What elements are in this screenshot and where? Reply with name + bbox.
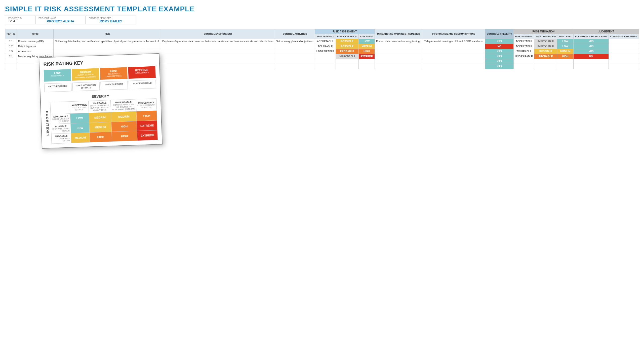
page-title: SIMPLE IT RISK ASSESSMENT TEMPLATE EXAMP… xyxy=(5,5,639,13)
col-control-act: CONTROL ACTIVITIES xyxy=(275,29,315,39)
rating-cell: EXTREMEINTOLERABLE xyxy=(128,66,156,74)
col-info-comm: INFORMATION AND COMMUNICATIONS xyxy=(422,29,485,39)
project-name-value: PROJECT ALPHA xyxy=(38,19,83,23)
col-risk-level: RISK LEVEL xyxy=(358,34,375,39)
project-name-label: PROJECT NAME xyxy=(38,17,83,19)
col-post-severity: RISK SEVERITY xyxy=(514,34,534,39)
col-topic: TOPIC xyxy=(17,29,53,39)
table-row: 1.1Disaster recovery (DR)Not having data… xyxy=(5,39,639,44)
project-manager-label: PROJECT MANAGER xyxy=(89,17,133,19)
rating-cell: MEDIUMALARP (as low as reasonably practi… xyxy=(72,68,100,74)
project-id-value: 1234 xyxy=(8,19,32,23)
table-row: 1.3Access riskUNDESIRABLEPROBABLEHIGHYES… xyxy=(5,49,639,54)
col-acceptable: ACCEPTABLE TO PROCEED? xyxy=(573,34,609,39)
col-post-likelihood: RISK LIKELIHOOD xyxy=(534,34,557,39)
project-name-field: PROJECT NAME PROJECT ALPHA xyxy=(35,16,86,24)
header-post-mitigation: POST-MITIGATION xyxy=(514,29,574,34)
col-risk-severity: RISK SEVERITY xyxy=(315,34,336,39)
project-manager-value: ROMY BAILEY xyxy=(89,19,133,23)
col-controls-present: CONTROLS PRESENT? xyxy=(485,29,514,39)
col-control-env: CONTROL ENVIRONMENT xyxy=(161,29,275,39)
col-risk-likelihood: RISK LIKELIHOOD xyxy=(336,34,358,39)
header-risk-assessment: RISK ASSESSMENT xyxy=(315,29,375,34)
project-id-field: PROJECT ID 1234 xyxy=(5,16,35,24)
col-post-level: RISK LEVEL xyxy=(557,34,574,39)
rating-cell: LOWACCEPTABLE xyxy=(44,69,71,74)
col-risk: RISK xyxy=(53,29,161,39)
rating-cell: HIGHGENERALLY UNACCEPTABLE xyxy=(100,67,128,74)
col-comments: COMMENTS AND NOTES xyxy=(609,34,639,39)
project-id-label: PROJECT ID xyxy=(8,17,32,19)
col-ref: REF / ID xyxy=(5,29,17,39)
header-judgement: JUDGEMENT xyxy=(573,29,639,34)
table-row: 1.2Data integrationTOLERABLEPOSSIBLEMEDI… xyxy=(5,44,639,49)
rating-key-grid: LOWACCEPTABLEMEDIUMALARP (as low as reas… xyxy=(44,66,156,74)
project-manager-field: PROJECT MANAGER ROMY BAILEY xyxy=(86,16,136,24)
col-mitigation: MITIGATIONS / WARNINGS / REMEDIES xyxy=(375,29,422,39)
project-info: PROJECT ID 1234 PROJECT NAME PROJECT ALP… xyxy=(5,16,136,24)
card-title: RISK RATING KEY xyxy=(43,58,155,67)
